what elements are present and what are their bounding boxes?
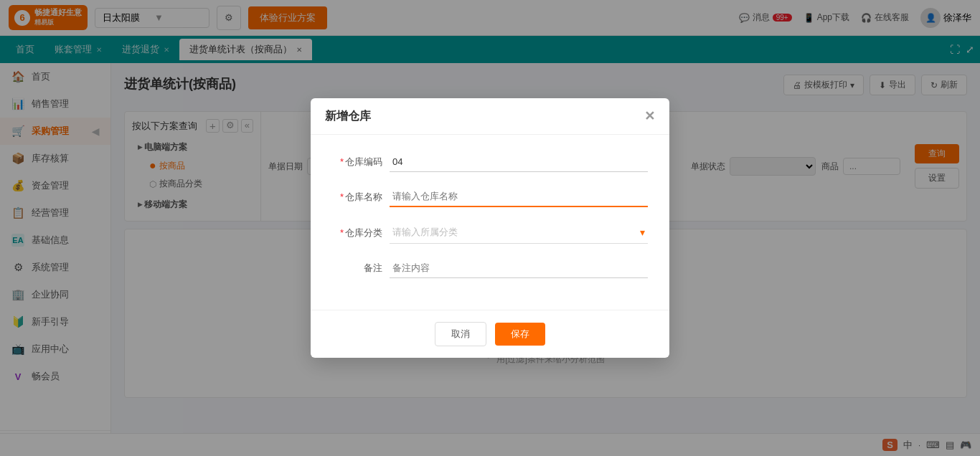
warehouse-notes-input[interactable] (390, 258, 648, 278)
form-item-name: *仓库名称 (332, 186, 648, 207)
modal-close-button[interactable]: ✕ (644, 108, 655, 124)
cancel-button[interactable]: 取消 (435, 322, 486, 346)
warehouse-name-input[interactable] (390, 186, 648, 207)
required-star: * (340, 156, 344, 167)
modal-title: 新增仓库 (325, 109, 371, 124)
required-star: * (340, 191, 344, 202)
new-warehouse-modal: 新增仓库 ✕ *仓库编码 *仓库名称 *仓库分类 (311, 98, 669, 358)
form-item-code: *仓库编码 (332, 152, 648, 172)
category-placeholder: 请输入所属分类 (392, 226, 458, 239)
modal-body: *仓库编码 *仓库名称 *仓库分类 请输入所属分类 ▾ (311, 135, 669, 310)
modal-footer: 取消 保存 (311, 310, 669, 358)
modal-header: 新增仓库 ✕ (311, 98, 669, 135)
form-item-category: *仓库分类 请输入所属分类 ▾ (332, 222, 648, 244)
category-label: *仓库分类 (332, 227, 390, 239)
modal-overlay[interactable]: 新增仓库 ✕ *仓库编码 *仓库名称 *仓库分类 (0, 0, 980, 456)
code-label: *仓库编码 (332, 156, 390, 168)
warehouse-code-input[interactable] (390, 152, 648, 172)
name-label: *仓库名称 (332, 191, 390, 204)
save-button[interactable]: 保存 (495, 323, 545, 346)
form-item-notes: 备注 (332, 258, 648, 278)
required-star: * (340, 227, 344, 238)
notes-label: 备注 (332, 262, 390, 275)
warehouse-category-select[interactable]: 请输入所属分类 ▾ (390, 222, 648, 244)
dropdown-arrow-icon: ▾ (640, 227, 645, 238)
